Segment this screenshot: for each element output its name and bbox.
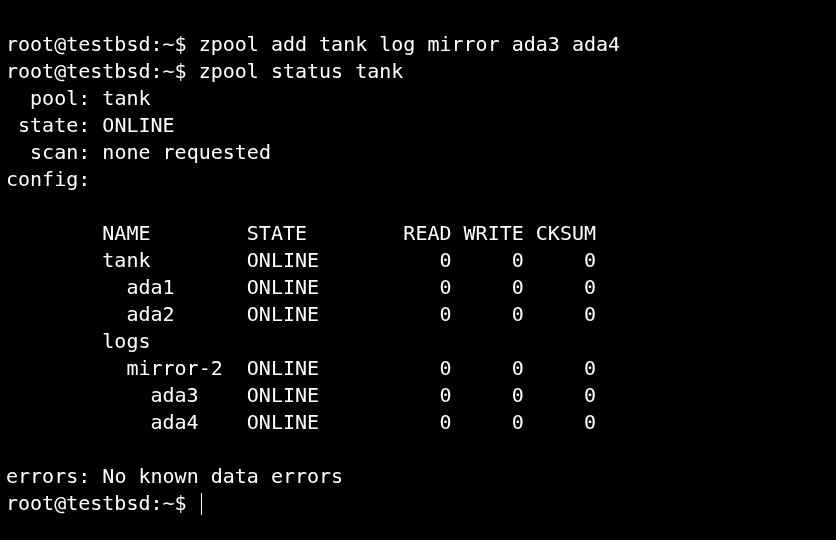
state-value: ONLINE — [102, 113, 174, 137]
scan-value: none requested — [102, 140, 271, 164]
cursor[interactable] — [201, 493, 202, 515]
state-label: state: — [6, 113, 90, 137]
command-2: zpool status tank — [199, 59, 404, 83]
pool-value: tank — [102, 86, 150, 110]
zpool-config-table: NAME STATE READ WRITE CKSUM tank ONLINE … — [6, 221, 596, 434]
command-1: zpool add tank log mirror ada3 ada4 — [199, 32, 620, 56]
prompt: root@testbsd:~$ — [6, 59, 199, 83]
terminal[interactable]: root@testbsd:~$ zpool add tank log mirro… — [0, 0, 836, 521]
prompt: root@testbsd:~$ — [6, 491, 199, 515]
errors-value: No known data errors — [102, 464, 343, 488]
config-label: config: — [6, 167, 90, 191]
errors-label: errors: — [6, 464, 90, 488]
scan-label: scan: — [6, 140, 90, 164]
prompt: root@testbsd:~$ — [6, 32, 199, 56]
pool-label: pool: — [6, 86, 90, 110]
